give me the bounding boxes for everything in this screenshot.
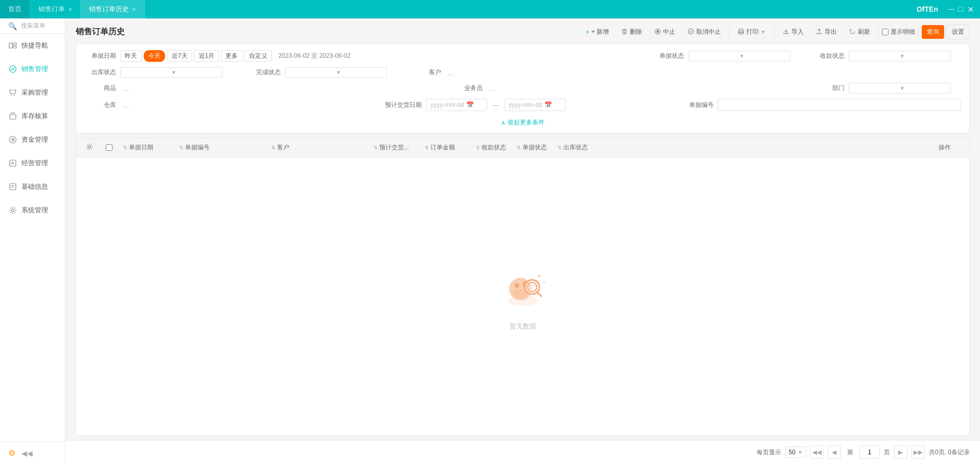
close-button[interactable]: ✕ bbox=[967, 5, 974, 14]
date-yesterday-btn[interactable]: 昨天 bbox=[120, 50, 142, 62]
date-more-btn[interactable]: 更多 bbox=[221, 50, 242, 62]
per-page-label: 每页显示 bbox=[757, 448, 781, 457]
print-button[interactable]: 打印 ▼ bbox=[733, 25, 771, 39]
department-control[interactable]: ▼ bbox=[849, 83, 961, 94]
date-today-btn[interactable]: 今天 bbox=[144, 50, 165, 62]
next-page-button[interactable]: ▶ bbox=[894, 446, 907, 459]
select-all-checkbox[interactable] bbox=[106, 144, 112, 151]
tab-sales-order[interactable]: 销售订单 ✕ bbox=[30, 0, 81, 18]
date-custom-btn[interactable]: 自定义 bbox=[244, 50, 272, 62]
sidebar-item-sales-mgmt[interactable]: 销售管理 bbox=[0, 57, 65, 81]
th-order-status[interactable]: ⇅ 单据状态 bbox=[513, 138, 554, 157]
th-settings[interactable] bbox=[80, 138, 99, 157]
th-delivery[interactable]: ⇅ 预计交货... bbox=[370, 138, 421, 157]
collapse-button[interactable]: ∧ 收起更多条件 bbox=[501, 118, 544, 127]
sidebar-item-operations[interactable]: 经营管理 bbox=[0, 151, 65, 175]
delivery-date-start[interactable]: yyyy-mm-dd 📅 bbox=[426, 99, 487, 111]
import-button[interactable]: 导入 bbox=[778, 25, 809, 39]
operations-icon bbox=[8, 159, 17, 168]
th-receipt-status[interactable]: ⇅ 收款状态 bbox=[472, 138, 513, 157]
new-button[interactable]: + + 新增 bbox=[581, 25, 614, 39]
sidebar-collapse-button[interactable]: ◀◀ bbox=[21, 449, 33, 457]
complete-status-select[interactable]: ▼ bbox=[285, 67, 387, 78]
order-number-input[interactable] bbox=[718, 99, 961, 111]
print-icon bbox=[738, 28, 744, 36]
minimize-button[interactable]: ─ bbox=[948, 5, 954, 14]
page-number-input[interactable] bbox=[859, 446, 880, 459]
display-columns-checkbox[interactable] bbox=[882, 29, 888, 35]
table-area: ⇅ 单据日期 ⇅ 单据编号 ⇅ 客户 ⇅ 预计交货... ⇅ 订单金额 bbox=[76, 138, 970, 436]
th-amount[interactable]: ⇅ 订单金额 bbox=[421, 138, 472, 157]
sidebar-item-capital[interactable]: 资金管理 bbox=[0, 128, 65, 151]
complete-status-control[interactable]: ▼ bbox=[285, 67, 397, 78]
display-columns-toggle[interactable]: 显示明细 bbox=[882, 28, 915, 36]
order-status-label: 单据状态 bbox=[652, 52, 688, 60]
th-stock-status[interactable]: ⇅ 出库状态 bbox=[554, 138, 595, 157]
th-date[interactable]: ⇅ 单据日期 bbox=[119, 138, 175, 157]
topbar-right: OfTEn ─ □ ✕ bbox=[910, 5, 980, 14]
receipt-status-select[interactable]: ▼ bbox=[849, 51, 951, 61]
settings-gear-icon[interactable] bbox=[86, 143, 93, 152]
customer-control[interactable]: … bbox=[445, 69, 961, 77]
query-button[interactable]: 查询 bbox=[922, 25, 944, 39]
sidebar-item-inventory[interactable]: 库存核算 bbox=[0, 104, 65, 128]
th-number[interactable]: ⇅ 单据编号 bbox=[175, 138, 267, 157]
last-page-button[interactable]: ▶▶ bbox=[911, 446, 925, 459]
refresh-button[interactable]: 刷新 bbox=[844, 25, 875, 39]
salesperson-picker-btn[interactable]: … bbox=[487, 84, 498, 93]
tab-sales-order-history-label: 销售订单历史 bbox=[89, 5, 129, 14]
svg-point-16 bbox=[743, 31, 743, 32]
receipt-status-control[interactable]: ▼ bbox=[849, 51, 961, 61]
svg-rect-9 bbox=[10, 184, 16, 190]
date-1month-btn[interactable]: 近1月 bbox=[194, 50, 219, 62]
customer-picker-btn[interactable]: … bbox=[445, 69, 457, 77]
sidebar-item-basic-info-label: 基础信息 bbox=[21, 182, 48, 191]
order-status-control[interactable]: ▼ bbox=[688, 51, 801, 61]
salesperson-control[interactable]: … bbox=[487, 84, 801, 93]
first-page-icon: ◀◀ bbox=[812, 449, 822, 456]
sidebar-item-purchase-mgmt[interactable]: 采购管理 bbox=[0, 81, 65, 104]
order-status-select[interactable]: ▼ bbox=[688, 51, 790, 61]
goods-picker-btn[interactable]: … bbox=[120, 84, 131, 93]
order-number-control[interactable] bbox=[718, 99, 961, 111]
per-page-select[interactable]: 50 ▼ bbox=[785, 447, 806, 458]
svg-rect-14 bbox=[739, 29, 743, 31]
sidebar-item-sales-mgmt-label: 销售管理 bbox=[21, 64, 48, 74]
tab-sales-order-history-close[interactable]: ✕ bbox=[132, 7, 136, 12]
delete-button[interactable]: 删除 bbox=[616, 25, 647, 39]
maximize-button[interactable]: □ bbox=[958, 5, 963, 14]
sidebar-item-quick-nav[interactable]: 快捷导航 bbox=[0, 34, 65, 57]
tab-sales-order-history[interactable]: 销售订单历史 ✕ bbox=[81, 0, 145, 18]
content-area: 销售订单历史 + + 新增 删除 中止 bbox=[65, 18, 980, 464]
filter-row-4: 仓库 … 预计交货日期 yyyy-mm-dd 📅 — yyyy-mm-dd 📅 bbox=[84, 99, 961, 111]
svg-rect-1 bbox=[13, 43, 16, 45]
total-info: 共0页, 0条记录 bbox=[929, 448, 970, 457]
delivery-date-end[interactable]: yyyy-mm-dd 📅 bbox=[504, 99, 565, 111]
tab-home[interactable]: 首页 bbox=[0, 0, 30, 18]
prev-page-button[interactable]: ◀ bbox=[828, 446, 841, 459]
out-status-control[interactable]: ▼ bbox=[120, 67, 233, 78]
table-header: ⇅ 单据日期 ⇅ 单据编号 ⇅ 客户 ⇅ 预计交货... ⇅ 订单金额 bbox=[76, 138, 969, 158]
search-menu-bar[interactable]: 🔍 搜索菜单 bbox=[0, 18, 65, 34]
warehouse-control[interactable]: … bbox=[120, 101, 363, 109]
date-7days-btn[interactable]: 近7天 bbox=[167, 50, 192, 62]
out-status-select[interactable]: ▼ bbox=[120, 67, 222, 78]
complete-status-label: 完成状态 bbox=[249, 68, 285, 77]
stop-button[interactable]: 中止 bbox=[649, 25, 680, 39]
sidebar-item-basic-info[interactable]: 基础信息 bbox=[0, 175, 65, 198]
goods-control[interactable]: … bbox=[120, 84, 435, 93]
th-customer[interactable]: ⇅ 客户 bbox=[267, 138, 370, 157]
department-select[interactable]: ▼ bbox=[849, 83, 951, 94]
calendar-start-icon[interactable]: 📅 bbox=[466, 101, 474, 108]
system-icon bbox=[8, 206, 17, 215]
calendar-end-icon[interactable]: 📅 bbox=[544, 101, 552, 108]
first-page-button[interactable]: ◀◀ bbox=[810, 446, 824, 459]
settings-button[interactable]: 设置 bbox=[946, 25, 970, 39]
th-check[interactable] bbox=[99, 139, 119, 156]
warehouse-picker-btn[interactable]: … bbox=[120, 101, 131, 109]
sidebar-item-system[interactable]: 系统管理 bbox=[0, 198, 65, 222]
export-button[interactable]: 导出 bbox=[811, 25, 842, 39]
cancel-stop-button[interactable]: 取消中止 bbox=[682, 25, 726, 39]
sidebar-settings-button[interactable]: ⚙ bbox=[8, 448, 15, 458]
tab-sales-order-close[interactable]: ✕ bbox=[68, 7, 72, 12]
